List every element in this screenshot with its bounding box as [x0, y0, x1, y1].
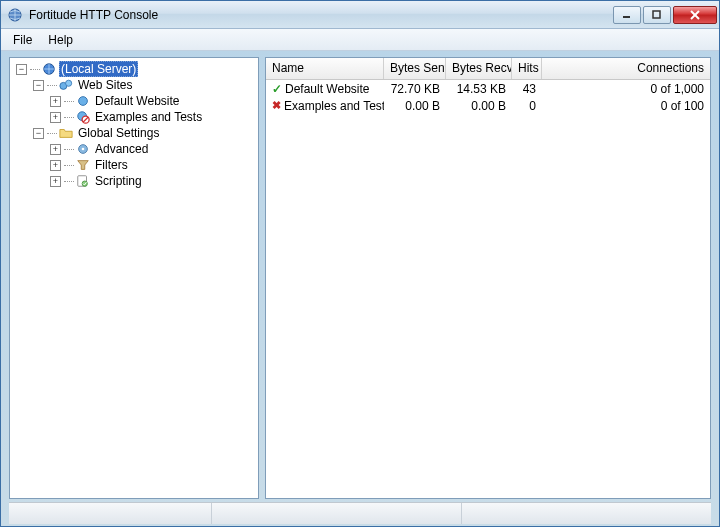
expander-icon[interactable]: − — [16, 64, 27, 75]
svg-point-15 — [82, 181, 87, 186]
row-connections: 0 of 100 — [542, 99, 710, 113]
tree-label: Web Sites — [76, 78, 134, 92]
close-button[interactable] — [673, 6, 717, 24]
app-icon — [7, 7, 23, 23]
col-header-bytes-sent[interactable]: Bytes Sent — [384, 58, 446, 79]
panes: − (Local Server) − W — [9, 57, 711, 499]
status-off-icon: ✖ — [272, 99, 281, 112]
window-controls — [613, 6, 717, 24]
list-row[interactable]: ✖ Examples and Tests 0.00 B 0.00 B 0 0 o… — [266, 97, 710, 114]
expander-icon[interactable]: + — [50, 160, 61, 171]
tree-label: Scripting — [93, 174, 144, 188]
tree-node-examples[interactable]: + Examples and Tests — [12, 109, 256, 125]
svg-point-8 — [79, 97, 88, 106]
statusbar — [9, 502, 711, 524]
expander-icon[interactable]: − — [33, 128, 44, 139]
svg-rect-2 — [653, 11, 660, 18]
sites-icon — [58, 77, 74, 93]
col-header-connections[interactable]: Connections — [542, 58, 710, 79]
gear-icon — [75, 141, 91, 157]
tree-node-global-settings[interactable]: − Global Settings — [12, 125, 256, 141]
titlebar[interactable]: Fortitude HTTP Console — [1, 1, 719, 29]
site-disabled-icon — [75, 109, 91, 125]
expander-icon[interactable]: − — [33, 80, 44, 91]
tree-node-web-sites[interactable]: − Web Sites — [12, 77, 256, 93]
globe-icon — [41, 61, 57, 77]
window-title: Fortitude HTTP Console — [29, 8, 613, 22]
row-bytes-recv: 14.53 KB — [446, 82, 512, 96]
filter-icon — [75, 157, 91, 173]
folder-icon — [58, 125, 74, 141]
col-header-bytes-recv[interactable]: Bytes Recv — [446, 58, 512, 79]
col-header-name[interactable]: Name — [266, 58, 384, 79]
tree-node-scripting[interactable]: + Scripting — [12, 173, 256, 189]
tree-label: Advanced — [93, 142, 150, 156]
tree-pane[interactable]: − (Local Server) − W — [9, 57, 259, 499]
menubar: File Help — [1, 29, 719, 51]
site-icon — [75, 93, 91, 109]
tree-label: Default Website — [93, 94, 182, 108]
tree-label: Examples and Tests — [93, 110, 204, 124]
row-name: Default Website — [285, 82, 370, 96]
list-row[interactable]: ✓ Default Website 72.70 KB 14.53 KB 43 0… — [266, 80, 710, 97]
svg-point-7 — [66, 80, 72, 86]
close-icon — [689, 10, 701, 20]
tree-node-local-server[interactable]: − (Local Server) — [12, 61, 256, 77]
row-name: Examples and Tests — [284, 99, 384, 113]
row-bytes-sent: 72.70 KB — [384, 82, 446, 96]
tree-node-default-website[interactable]: + Default Website — [12, 93, 256, 109]
app-window: Fortitude HTTP Console File Help − — [0, 0, 720, 527]
row-bytes-recv: 0.00 B — [446, 99, 512, 113]
menu-file[interactable]: File — [5, 31, 40, 49]
minimize-button[interactable] — [613, 6, 641, 24]
col-header-hits[interactable]: Hits — [512, 58, 542, 79]
row-hits: 0 — [512, 99, 542, 113]
tree-label: Global Settings — [76, 126, 161, 140]
tree: − (Local Server) − W — [12, 61, 256, 189]
svg-point-13 — [82, 148, 85, 151]
status-cell — [9, 503, 212, 524]
maximize-button[interactable] — [643, 6, 671, 24]
tree-label: Filters — [93, 158, 130, 172]
expander-icon[interactable]: + — [50, 96, 61, 107]
list-body: ✓ Default Website 72.70 KB 14.53 KB 43 0… — [266, 80, 710, 498]
row-hits: 43 — [512, 82, 542, 96]
expander-icon[interactable]: + — [50, 112, 61, 123]
script-icon — [75, 173, 91, 189]
row-connections: 0 of 1,000 — [542, 82, 710, 96]
status-cell — [462, 503, 711, 524]
status-cell — [212, 503, 462, 524]
tree-node-advanced[interactable]: + Advanced — [12, 141, 256, 157]
maximize-icon — [652, 10, 662, 20]
tree-label: (Local Server) — [59, 61, 138, 77]
expander-icon[interactable]: + — [50, 176, 61, 187]
list-header: Name Bytes Sent Bytes Recv Hits Connecti… — [266, 58, 710, 80]
menu-help[interactable]: Help — [40, 31, 81, 49]
expander-icon[interactable]: + — [50, 144, 61, 155]
status-ok-icon: ✓ — [272, 82, 282, 96]
list-pane[interactable]: Name Bytes Sent Bytes Recv Hits Connecti… — [265, 57, 711, 499]
client-area: − (Local Server) − W — [1, 51, 719, 526]
minimize-icon — [622, 10, 632, 20]
tree-node-filters[interactable]: + Filters — [12, 157, 256, 173]
row-bytes-sent: 0.00 B — [384, 99, 446, 113]
